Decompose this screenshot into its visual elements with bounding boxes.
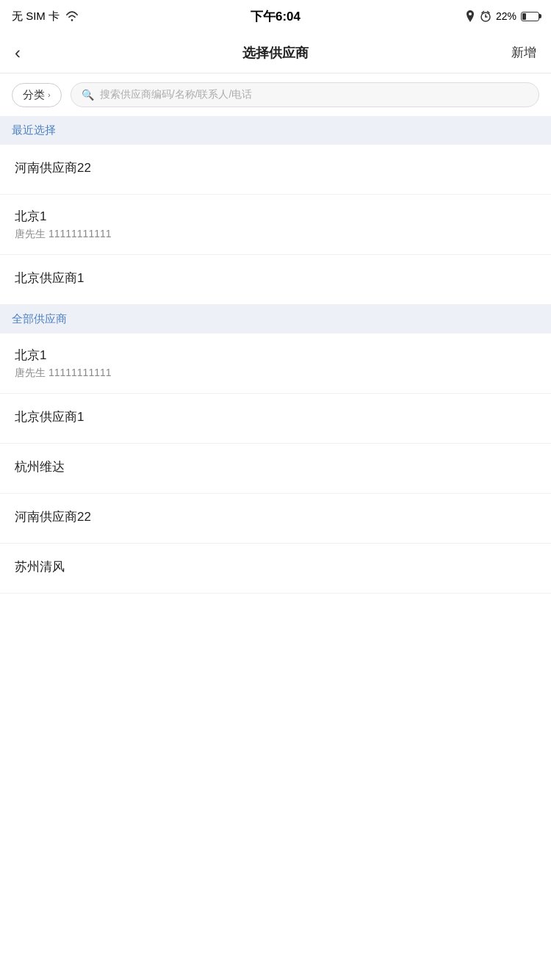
search-placeholder: 搜索供应商编码/名称/联系人/电话 xyxy=(100,88,253,101)
wifi-icon xyxy=(65,11,79,21)
supplier-name: 北京1 xyxy=(15,347,536,364)
sim-label: 无 SIM 卡 xyxy=(12,10,60,24)
all-supplier-list: 北京1唐先生 11111111111北京供应商1杭州维达河南供应商22苏州清风 xyxy=(0,334,551,594)
page-title: 选择供应商 xyxy=(242,44,309,62)
recent-section-header: 最近选择 xyxy=(0,116,551,145)
list-item[interactable]: 河南供应商22 xyxy=(0,494,551,544)
search-icon: 🔍 xyxy=(82,89,94,101)
status-time: 下午6:04 xyxy=(251,8,300,25)
category-filter-button[interactable]: 分类 › xyxy=(12,83,62,107)
all-section-header: 全部供应商 xyxy=(0,305,551,334)
supplier-name: 北京供应商1 xyxy=(15,270,536,287)
search-input-box[interactable]: 🔍 搜索供应商编码/名称/联系人/电话 xyxy=(71,82,539,107)
battery-pct: 22% xyxy=(496,10,516,22)
recent-supplier-list: 河南供应商22北京1唐先生 11111111111北京供应商1 xyxy=(0,145,551,305)
chevron-right-icon: › xyxy=(48,90,51,99)
category-label: 分类 xyxy=(23,88,45,102)
battery-icon xyxy=(521,12,539,21)
list-item[interactable]: 北京供应商1 xyxy=(0,394,551,444)
supplier-name: 河南供应商22 xyxy=(15,508,536,525)
list-item[interactable]: 杭州维达 xyxy=(0,444,551,494)
status-bar: 无 SIM 卡 下午6:04 22% xyxy=(0,0,551,32)
list-item[interactable]: 北京供应商1 xyxy=(0,255,551,305)
filter-bar: 分类 › 🔍 搜索供应商编码/名称/联系人/电话 xyxy=(0,73,551,116)
list-item[interactable]: 北京1唐先生 11111111111 xyxy=(0,334,551,394)
add-button[interactable]: 新增 xyxy=(511,44,536,61)
alarm-icon xyxy=(480,10,491,22)
svg-point-0 xyxy=(469,12,472,15)
back-button[interactable]: ‹ xyxy=(9,37,26,69)
location-icon xyxy=(465,10,475,22)
status-left: 无 SIM 卡 xyxy=(12,10,79,24)
status-right: 22% xyxy=(465,10,539,22)
supplier-name: 北京1 xyxy=(15,208,536,225)
supplier-name: 苏州清风 xyxy=(15,558,536,575)
supplier-contact: 唐先生 11111111111 xyxy=(15,228,536,241)
list-item[interactable]: 河南供应商22 xyxy=(0,145,551,195)
list-item[interactable]: 北京1唐先生 11111111111 xyxy=(0,195,551,255)
supplier-contact: 唐先生 11111111111 xyxy=(15,367,536,380)
nav-bar: ‹ 选择供应商 新增 xyxy=(0,32,551,73)
list-item[interactable]: 苏州清风 xyxy=(0,544,551,594)
supplier-name: 河南供应商22 xyxy=(15,159,536,176)
supplier-name: 北京供应商1 xyxy=(15,408,536,425)
supplier-name: 杭州维达 xyxy=(15,458,536,475)
